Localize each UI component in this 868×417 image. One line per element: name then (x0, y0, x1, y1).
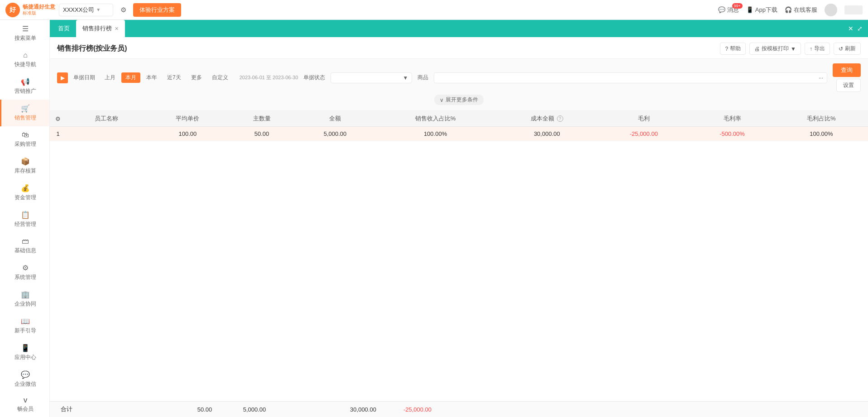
sidebar-item-basic-info[interactable]: 🗃 基础信息 (0, 233, 49, 259)
date-tab-custom[interactable]: 自定义 (208, 72, 232, 83)
query-button[interactable]: 查询 (833, 63, 861, 77)
template-print-button[interactable]: 🖨 按模板打印 ▼ (749, 43, 801, 55)
help-button[interactable]: ? 帮助 (720, 43, 746, 55)
footer-gross-profit: -25,000.00 (390, 406, 445, 413)
page-title: 销售排行榜(按业务员) (57, 44, 127, 53)
sidebar-item-enterprise-collab[interactable]: 🏢 企业协同 (0, 286, 49, 312)
headset-icon: 🎧 (785, 6, 792, 13)
tab-home[interactable]: 首页 (52, 20, 76, 37)
cell-amount: 5,000.00 (295, 127, 375, 141)
refresh-button[interactable]: ↺ 刷新 (834, 43, 861, 55)
tab-close-all-icon[interactable]: ✕ (848, 25, 854, 32)
sidebar-item-operations[interactable]: 📋 经营管理 (0, 206, 49, 233)
refresh-icon: ↺ (839, 46, 843, 52)
sidebar-label-purchase-mgmt: 采购管理 (14, 140, 36, 148)
sidebar-label-search-order: 搜索菜单 (14, 34, 36, 42)
sidebar-item-member[interactable]: V 畅会员 (0, 393, 49, 417)
sidebar-item-system[interactable]: ⚙ 系统管理 (0, 259, 49, 286)
sidebar-label-basic-info: 基础信息 (14, 247, 36, 254)
message-button[interactable]: 💬 消息 99+ (718, 6, 739, 14)
enterprise-wechat-icon: 💬 (21, 370, 30, 379)
message-icon: 💬 (718, 6, 725, 13)
sidebar-label-enterprise-wechat: 企业微信 (14, 380, 36, 388)
col-avg-price-header: 平均单价 (147, 111, 228, 127)
topbar-settings-button[interactable]: ⚙ (117, 4, 129, 16)
cell-sales-ratio: 100.00% (375, 127, 496, 141)
template-print-chevron-icon: ▼ (791, 46, 796, 52)
filter-area: ▶ 单据日期 上月 本月 本年 近7天 (50, 59, 868, 111)
tab-sales-ranking[interactable]: 销售排行榜 ✕ (76, 20, 125, 37)
table-row: 1 100.00 50.00 5,000.00 100.00% 30,000.0… (50, 127, 868, 141)
tab-close-icon[interactable]: ✕ (115, 26, 119, 32)
date-tab-this-year[interactable]: 本年 (142, 72, 161, 83)
table-footer: 合计 50.00 5,000.00 30,000.00 -25,000.00 (50, 401, 868, 417)
footer-main-qty: 50.00 (182, 406, 227, 413)
sidebar-item-guide[interactable]: 📖 新手引导 (0, 312, 49, 339)
cell-gross-profit: -25,000.00 (598, 127, 690, 141)
export-button[interactable]: ↑ 导出 (805, 43, 830, 55)
sidebar-item-marketing[interactable]: 📢 营销推广 (0, 73, 49, 100)
cell-avg-price: 100.00 (147, 127, 228, 141)
mobile-icon: 📱 (746, 6, 753, 13)
sidebar-item-search-order[interactable]: ☰ 搜索菜单 (0, 20, 49, 47)
col-name-header: 员工名称 (66, 111, 147, 127)
sidebar-label-system: 系统管理 (14, 273, 36, 281)
col-main-qty-header: 主数量 (228, 111, 295, 127)
expand-chevron-icon: ∨ (440, 97, 444, 103)
date-tabs: 上月 本月 本年 近7天 更多 (101, 72, 232, 83)
operations-icon: 📋 (21, 211, 30, 219)
system-icon: ⚙ (22, 264, 29, 272)
top-bar: 好 畅捷通好生意 标准版 XXXXX公司 ▼ ⚙ 体验行业方案 💬 消息 99+… (0, 0, 868, 20)
table-container: ⚙ 员工名称 平均单价 主数量 (50, 111, 868, 401)
goods-select[interactable]: ··· (434, 72, 827, 83)
sidebar-label-quick-nav: 快捷导航 (14, 61, 36, 68)
basic-info-icon: 🗃 (22, 237, 29, 245)
filter-collapse-button[interactable]: ▶ (57, 72, 68, 83)
trial-button[interactable]: 体验行业方案 (133, 3, 181, 17)
filter-row-1: ▶ 单据日期 上月 本月 本年 近7天 (57, 63, 861, 92)
col-gross-margin-header: 毛利率 (690, 111, 775, 127)
user-avatar[interactable] (825, 4, 837, 16)
tab-expand-icon[interactable]: ⤢ (857, 25, 863, 32)
logo-sub: 标准版 (23, 10, 55, 16)
tab-sales-ranking-label: 销售排行榜 (82, 24, 112, 33)
sidebar-item-inventory[interactable]: 📦 库存核算 (0, 153, 49, 179)
sidebar-item-sales-mgmt[interactable]: 🛒 销售管理 (0, 100, 49, 126)
col-gross-profit-header: 毛利 (598, 111, 690, 127)
date-tab-prev-month[interactable]: 上月 (101, 72, 120, 83)
expand-conditions-button[interactable]: ∨ 展开更多条件 (434, 95, 484, 105)
date-tab-this-month[interactable]: 本月 (121, 72, 140, 83)
footer-cost: 30,000.00 (336, 406, 390, 413)
sidebar-item-quick-nav[interactable]: ⌂ 快捷导航 (0, 47, 49, 73)
sidebar-item-enterprise-wechat[interactable]: 💬 企业微信 (0, 366, 49, 393)
sidebar-label-inventory: 库存核算 (14, 167, 36, 175)
sidebar-label-sales-mgmt: 销售管理 (14, 114, 36, 122)
tab-bar: 首页 销售排行榜 ✕ ✕ ⤢ (50, 20, 868, 37)
page-content: 销售排行榜(按业务员) ? 帮助 🖨 按模板打印 ▼ ↑ 导出 (50, 37, 868, 417)
purchase-icon: 🛍 (22, 131, 29, 139)
status-chevron-icon: ▼ (403, 75, 408, 81)
company-chevron-icon: ▼ (96, 7, 101, 12)
tab-bar-right: ✕ ⤢ (848, 25, 866, 32)
cost-help-icon[interactable]: ? (557, 115, 563, 122)
logo-title: 畅捷通好生意 (23, 4, 55, 10)
company-name: XXXXX公司 (63, 6, 94, 14)
sidebar-item-purchase-mgmt[interactable]: 🛍 采购管理 (0, 126, 49, 153)
status-select[interactable]: ▼ (331, 72, 412, 83)
company-selector[interactable]: XXXXX公司 ▼ (59, 4, 113, 16)
date-tab-last-7days[interactable]: 近7天 (163, 72, 185, 83)
col-settings[interactable]: ⚙ (50, 111, 66, 127)
logo-icon: 好 (5, 3, 20, 17)
date-tab-more[interactable]: 更多 (187, 72, 206, 83)
app-download-button[interactable]: 📱 App下载 (746, 6, 777, 14)
online-service-button[interactable]: 🎧 在线客服 (785, 6, 817, 14)
col-gross-ratio-header: 毛利占比% (775, 111, 868, 127)
goods-more-icon: ··· (819, 75, 823, 81)
guide-icon: 📖 (21, 317, 30, 326)
content-area: 首页 销售排行榜 ✕ ✕ ⤢ 销售排行榜(按业务员) ? 帮助 (50, 20, 868, 417)
refresh-label: 刷新 (845, 45, 856, 53)
sidebar-label-operations: 经营管理 (14, 220, 36, 228)
sidebar-item-app-center[interactable]: 📱 应用中心 (0, 339, 49, 366)
sidebar-item-finance[interactable]: 💰 资金管理 (0, 179, 49, 206)
setting-button[interactable]: 设置 (836, 79, 861, 92)
